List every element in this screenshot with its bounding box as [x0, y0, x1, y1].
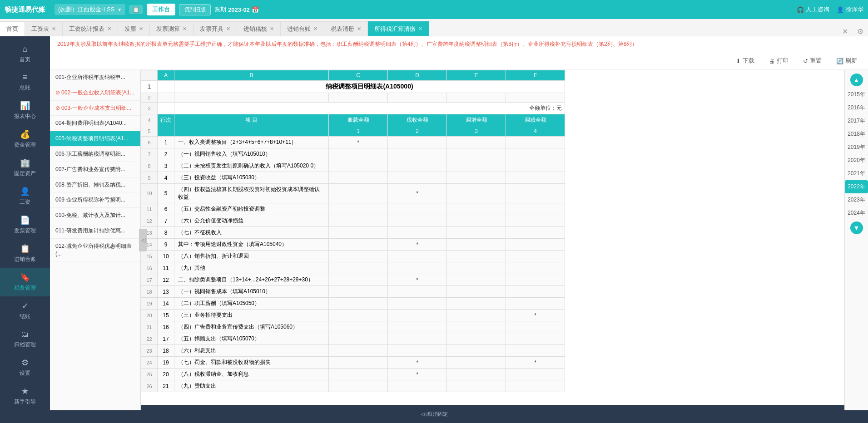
tab-close-icon[interactable]: ✕ — [270, 26, 274, 32]
year-2018[interactable]: 2018年 — [845, 128, 868, 141]
col3-cell[interactable] — [447, 298, 506, 310]
reset-button[interactable]: ↺ 重置 — [799, 55, 825, 67]
col2-cell[interactable] — [388, 321, 447, 333]
col4-cell[interactable] — [506, 239, 565, 251]
line-num[interactable]: 19 — [158, 357, 174, 369]
tab-close-icon[interactable]: ✕ — [313, 26, 317, 32]
sidebar-item-input-ledger[interactable]: 📋 进销台账 — [0, 239, 50, 268]
item-cell[interactable]: 其中：专项用途财政性资金（填写A105040） — [174, 239, 329, 251]
list-item-004[interactable]: 004-期间费用明细表(A1040... — [50, 116, 140, 131]
item-cell[interactable]: 二、扣除类调整项目（13+14+...24+26+27+28+29+30） — [174, 274, 329, 286]
user-service-button[interactable]: 🎧 人工咨询 — [797, 5, 829, 14]
item-cell[interactable]: （一）视同销售收入（填写A105010） — [174, 148, 329, 160]
copy-button[interactable]: 📋 — [129, 5, 143, 14]
line-num[interactable]: 5 — [158, 184, 174, 203]
col1-cell[interactable] — [329, 203, 388, 215]
close-all-tabs-button[interactable]: ✕ — [838, 27, 853, 36]
tab-settings-icon[interactable]: ⚙ — [853, 27, 868, 36]
col3-cell[interactable] — [447, 172, 506, 184]
col3-cell[interactable] — [447, 262, 506, 274]
col3-cell[interactable] — [447, 321, 506, 333]
tab-home[interactable]: 首页 — [0, 21, 25, 36]
item-cell[interactable]: （七）不征税收入 — [174, 227, 329, 239]
tab-close-icon[interactable]: ✕ — [183, 26, 187, 32]
col1-cell[interactable] — [329, 262, 388, 274]
year-2019[interactable]: 2019年 — [845, 141, 868, 154]
item-cell[interactable]: （八）销售折扣、折让和退回 — [174, 251, 329, 262]
col2-cell[interactable] — [388, 160, 447, 172]
col1-cell[interactable] — [329, 345, 388, 357]
sidebar-item-report[interactable]: 📊 报表中心 — [0, 96, 50, 125]
tab-input-ledger[interactable]: 进销台账 ✕ — [281, 21, 324, 36]
col3-cell[interactable] — [447, 184, 506, 203]
line-num[interactable]: 8 — [158, 227, 174, 239]
item-cell[interactable]: （四）按权益法核算长期股权投资对初始投资成本调整确认收益 — [174, 184, 329, 203]
sidebar-item-settings[interactable]: ⚙ 设置 — [0, 353, 50, 382]
list-item-007[interactable]: 007-广告费和业务宣传费附... — [50, 162, 140, 177]
year-2017[interactable]: 2017年 — [845, 114, 868, 128]
col1-cell[interactable] — [329, 148, 388, 160]
col1-cell[interactable] — [329, 321, 388, 333]
col3-cell[interactable] — [447, 251, 506, 262]
col2-cell[interactable]: * — [388, 274, 447, 286]
tab-close-icon[interactable]: ✕ — [139, 26, 143, 32]
year-2023[interactable]: 2023年 — [845, 193, 868, 207]
year-2015[interactable]: 2015年 — [845, 88, 868, 101]
item-cell[interactable]: （九）其他 — [174, 262, 329, 274]
refresh-button[interactable]: 🔄 刷新 — [833, 55, 861, 67]
col1-cell[interactable] — [329, 239, 388, 251]
item-cell[interactable]: （八）税收滞纳金、加收利息 — [174, 369, 329, 380]
item-cell[interactable]: （四）广告费和业务宣传费支出（填写A105060） — [174, 321, 329, 333]
year-2016[interactable]: 2016年 — [845, 101, 868, 114]
tab-input-check[interactable]: 进销稽核 ✕ — [237, 21, 281, 36]
col4-cell[interactable] — [506, 262, 565, 274]
item-cell[interactable]: （二）职工薪酬（填写A105050） — [174, 298, 329, 310]
calendar-icon[interactable]: 📅 — [252, 6, 259, 13]
col4-cell[interactable] — [506, 298, 565, 310]
col2-cell[interactable]: * — [388, 239, 447, 251]
col2-cell[interactable] — [388, 286, 447, 298]
sidebar-item-assets[interactable]: 🏢 固定资产 — [0, 153, 50, 182]
tab-payroll-stats[interactable]: 工资统计报表 ✕ — [63, 21, 118, 36]
tab-close-icon[interactable]: ✕ — [107, 26, 111, 32]
tab-invoice-open[interactable]: 发票开具 ✕ — [193, 21, 237, 36]
col3-cell[interactable] — [447, 227, 506, 239]
col2-cell[interactable] — [388, 227, 447, 239]
user-menu[interactable]: 👤 徐泽华 — [837, 5, 863, 14]
item-cell[interactable]: （三）投资收益（填写A105030） — [174, 172, 329, 184]
col3-cell[interactable] — [447, 137, 506, 148]
col3-cell[interactable] — [447, 345, 506, 357]
year-nav-up[interactable]: ▲ — [850, 74, 863, 86]
col3-cell[interactable] — [447, 274, 506, 286]
col3-cell[interactable] — [447, 148, 506, 160]
col3-cell[interactable] — [447, 239, 506, 251]
unfix-button[interactable]: ◁◁ 取消固定 — [0, 405, 50, 423]
col3-cell[interactable] — [447, 357, 506, 369]
col1-cell[interactable] — [329, 333, 388, 345]
line-num[interactable]: 9 — [158, 239, 174, 251]
collapse-toggle[interactable]: ◁ — [139, 229, 147, 251]
line-num[interactable]: 17 — [158, 333, 174, 345]
sidebar-item-payroll[interactable]: 👤 工资 — [0, 182, 50, 211]
line-num[interactable]: 16 — [158, 321, 174, 333]
col3-cell[interactable] — [447, 203, 506, 215]
line-num[interactable]: 11 — [158, 262, 174, 274]
line-num[interactable]: 2 — [158, 148, 174, 160]
item-cell[interactable]: （七）罚金、罚款和被没收财物的损失 — [174, 357, 329, 369]
col2-cell[interactable] — [388, 215, 447, 227]
line-num[interactable]: 1 — [158, 137, 174, 148]
col2-cell[interactable]: * — [388, 369, 447, 380]
col4-cell[interactable] — [506, 172, 565, 184]
list-item-001[interactable]: 001-企业所得税年度纳税申... — [50, 70, 140, 85]
col4-cell[interactable] — [506, 286, 565, 298]
download-button[interactable]: ⬇ 下载 — [732, 55, 758, 67]
col1-cell[interactable] — [329, 251, 388, 262]
year-2024[interactable]: 2024年 — [845, 207, 868, 220]
tab-close-icon[interactable]: ✕ — [52, 26, 56, 32]
item-cell[interactable]: （三）业务招待要支出 — [174, 310, 329, 321]
tab-close-icon[interactable]: ✕ — [418, 26, 422, 32]
col1-cell[interactable] — [329, 369, 388, 380]
year-2020[interactable]: 2020年 — [845, 154, 868, 167]
sidebar-item-finance[interactable]: 💰 资金管理 — [0, 125, 50, 153]
tab-tax-clearance[interactable]: 税表清册 ✕ — [324, 21, 368, 36]
